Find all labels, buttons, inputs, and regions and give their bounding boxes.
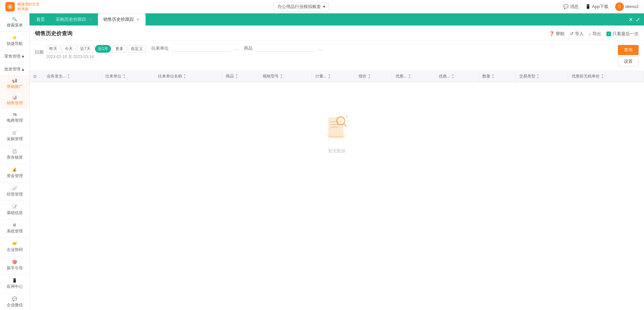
user-profile[interactable]: D demo2 xyxy=(615,2,639,11)
sales-icon: 📊 xyxy=(12,95,17,100)
close-window-button[interactable]: ✕ xyxy=(629,16,633,23)
sort-arrows: ▲▼ xyxy=(235,73,238,79)
empty-text: 暂无数据 xyxy=(328,148,345,154)
table-header-row: ⚙ 业务发生... ▲▼ 往来单位 xyxy=(30,71,644,82)
download-icon: 📱 xyxy=(585,4,591,9)
sidebar-item-shortcut[interactable]: ⭐ 快捷导航 xyxy=(0,32,29,50)
tab-purchase-history-close[interactable]: ✕ xyxy=(88,17,93,22)
logo-area: 6 畅捷通好生意 标准版 xyxy=(5,2,40,11)
help-icon: ❓ xyxy=(549,31,554,36)
th-partner-name[interactable]: 往来单位名称 ▲▼ xyxy=(154,71,222,82)
sidebar-item-sales[interactable]: 📊 销售管理 xyxy=(0,92,29,109)
operation-icon: 📈 xyxy=(12,186,17,191)
sort-arrows: ▲▼ xyxy=(67,73,70,79)
import-icon: ↺ xyxy=(570,31,574,36)
sidebar-item-retail[interactable]: 零售管理 ▼ xyxy=(0,50,29,63)
th-discount2[interactable]: 优惠... ▲▼ xyxy=(435,71,479,82)
th-unit[interactable]: 计量... ▲▼ xyxy=(312,71,355,82)
last-only-toggle[interactable]: ✓ 只看最后一次 xyxy=(606,31,639,37)
sidebar-item-wholesale[interactable]: 批发管理 ▲ xyxy=(0,63,29,76)
svg-line-10 xyxy=(344,124,346,126)
main-layout: 🔍 搜索菜单 ⭐ 快捷导航 零售管理 ▼ 批发管理 ▲ 📢 营销推广 📊 销售管… xyxy=(0,13,644,310)
tab-home[interactable]: 首页 xyxy=(31,13,50,25)
import-button[interactable]: ↺ 导入 xyxy=(570,31,584,37)
basic-icon: 📝 xyxy=(12,204,17,209)
product-input[interactable] xyxy=(255,45,316,52)
sidebar-item-marketing[interactable]: 📢 营销推广 xyxy=(0,76,29,92)
app-download-button[interactable]: 📱 App下载 xyxy=(585,4,608,10)
app-logo-icon: 6 xyxy=(5,2,15,11)
star-icon: ⭐ xyxy=(12,35,17,40)
date-btn-last1m[interactable]: 近1月 xyxy=(95,45,111,53)
tab-sales-history[interactable]: 销售历史价跟踪 ✕ xyxy=(98,13,146,25)
date-btn-today[interactable]: 今天 xyxy=(62,45,76,53)
finance-icon: 💰 xyxy=(12,167,17,172)
date-btn-last7[interactable]: 近7天 xyxy=(77,45,94,53)
th-quantity[interactable]: 数量 ▲▼ xyxy=(479,71,516,82)
apps-icon: 📱 xyxy=(12,278,17,283)
svg-text:✦: ✦ xyxy=(347,120,349,122)
sidebar-item-ecommerce[interactable]: 🛍 电商管理 xyxy=(0,109,29,127)
date-buttons: 昨天 今天 近7天 近1月 更多 自定义 xyxy=(46,45,146,53)
sidebar: 🔍 搜索菜单 ⭐ 快捷导航 零售管理 ▼ 批发管理 ▲ 📢 营销推广 📊 销售管… xyxy=(0,13,30,310)
sidebar-item-operation[interactable]: 📈 经营管理 xyxy=(0,183,29,201)
th-discount1[interactable]: 优惠... ▲▼ xyxy=(392,71,435,82)
partner-label: 往来单位 xyxy=(151,45,169,51)
th-settings[interactable]: ⚙ xyxy=(30,71,43,82)
sidebar-item-inventory[interactable]: 📋 库存核算 xyxy=(0,146,29,164)
settings-icon[interactable]: ⚙ xyxy=(33,74,37,79)
sidebar-item-enterprise[interactable]: 🤝 企业协同 xyxy=(0,238,29,256)
message-button[interactable]: 💬 消息 xyxy=(563,4,579,10)
th-partner-code[interactable]: 往来单位 ▲▼ xyxy=(102,71,154,82)
th-pretax-price[interactable]: 优惠前无税单价 ▲▼ xyxy=(568,71,644,82)
date-btn-more[interactable]: 更多 xyxy=(112,45,126,53)
date-btn-custom[interactable]: 自定义 xyxy=(128,45,146,53)
partner-dots-button[interactable]: ... xyxy=(234,46,238,51)
product-dots-button[interactable]: ... xyxy=(318,46,322,51)
sidebar-item-apps[interactable]: 📱 应用中心 xyxy=(0,275,29,293)
maximize-button[interactable]: ⤢ xyxy=(636,16,640,23)
top-header: 6 畅捷通好生意 标准版 办公用品行业模拟账套 ▾ 💬 消息 📱 App下载 D… xyxy=(0,0,644,13)
sort-arrows: ▲▼ xyxy=(451,73,454,79)
sidebar-item-purchase[interactable]: 🛒 采购管理 xyxy=(0,127,29,146)
th-biz-date[interactable]: 业务发生... ▲▼ xyxy=(43,71,102,82)
export-button[interactable]: ↓ 导出 xyxy=(589,31,601,37)
query-button[interactable]: 查询 xyxy=(618,45,639,55)
product-label: 商品 xyxy=(244,45,253,51)
tab-purchase-history[interactable]: 采购历史价跟踪 ✕ xyxy=(50,13,98,25)
app-selector[interactable]: 办公用品行业模拟账套 ▾ xyxy=(274,2,329,11)
logo-text: 畅捷通好生意 标准版 xyxy=(17,2,40,11)
tab-sales-history-close[interactable]: ✕ xyxy=(136,17,140,22)
date-btn-yesterday[interactable]: 昨天 xyxy=(46,45,60,53)
sort-arrows: ▲▼ xyxy=(280,73,283,79)
th-spec[interactable]: 规格型号 ▲▼ xyxy=(259,71,312,82)
sidebar-item-wechat[interactable]: 💬 企业微信 xyxy=(0,293,29,310)
sidebar-item-basic[interactable]: 📝 基础信息 xyxy=(0,201,29,219)
top-right-actions: 💬 消息 📱 App下载 D demo2 xyxy=(563,2,639,11)
message-icon: 💬 xyxy=(563,4,569,9)
marketing-icon: 📢 xyxy=(12,79,17,83)
partner-filter-group: 往来单位 ... xyxy=(151,45,238,52)
settings-button[interactable]: 设置 xyxy=(618,56,639,66)
search-icon: 🔍 xyxy=(12,17,17,21)
sort-arrows: ▲▼ xyxy=(368,73,371,79)
svg-text:6: 6 xyxy=(9,5,11,9)
sort-arrows: ▲▼ xyxy=(408,73,411,79)
date-filter-label: 日期 xyxy=(35,49,44,55)
sidebar-item-system[interactable]: ⚙ 系统管理 xyxy=(0,219,29,238)
date-options: 昨天 今天 近7天 近1月 更多 自定义 2023-02-18 至 2023-0… xyxy=(46,45,146,60)
guide-icon: 🎯 xyxy=(12,260,17,264)
sidebar-item-finance[interactable]: 💰 资金管理 xyxy=(0,164,29,183)
svg-text:✦: ✦ xyxy=(345,115,348,118)
data-table: ⚙ 业务发生... ▲▼ 往来单位 xyxy=(30,71,644,82)
th-trade-type[interactable]: 交易类型 ▲▼ xyxy=(516,71,568,82)
help-button[interactable]: ❓ 帮助 xyxy=(549,31,565,37)
sidebar-item-guide[interactable]: 🎯 新手引导 xyxy=(0,256,29,275)
page-header-right: ❓ 帮助 ↺ 导入 ↓ 导出 ✓ 只看最后一次 xyxy=(549,31,639,37)
partner-input[interactable] xyxy=(171,45,232,52)
app-selector-label: 办公用品行业模拟账套 xyxy=(277,4,321,10)
th-quote[interactable]: 报价 ▲▼ xyxy=(355,71,392,82)
th-product[interactable]: 商品 ▲▼ xyxy=(222,71,259,82)
sort-arrows: ▲▼ xyxy=(123,73,125,79)
sidebar-item-search[interactable]: 🔍 搜索菜单 xyxy=(0,13,29,32)
